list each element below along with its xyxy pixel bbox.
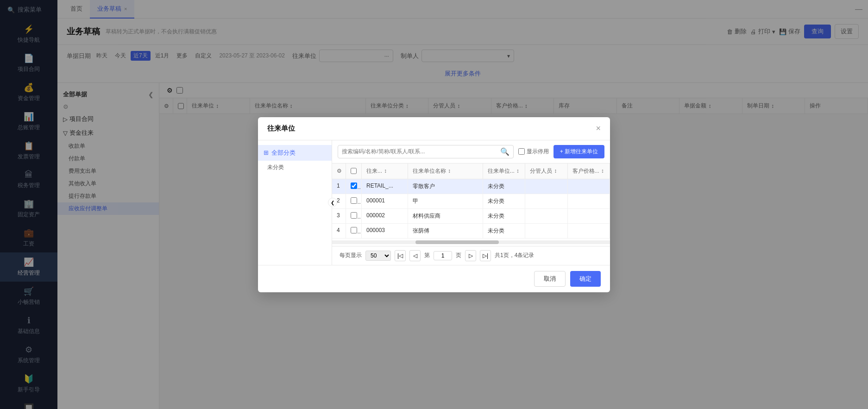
search-icon: 🔍 xyxy=(500,147,509,156)
table-row[interactable]: 1 RETAIL_... 零散客户 未分类 xyxy=(332,179,610,194)
row-num: 1 xyxy=(332,179,346,194)
modal-table-header: ⚙ 往来... ↕ 往来单位名称 ↕ 往来单位... ↕ xyxy=(332,164,610,179)
modal-search-wrap: 🔍 xyxy=(338,145,514,158)
modal-panel-collapse-button[interactable]: ❮ xyxy=(328,198,337,207)
modal-toolbar: 🔍 显示停用 + 新增往来单位 xyxy=(332,140,610,164)
modal-cat-unclassified[interactable]: 未分类 xyxy=(258,161,332,174)
row-price xyxy=(568,224,610,238)
cancel-button[interactable]: 取消 xyxy=(534,271,566,287)
row-checkbox[interactable] xyxy=(346,224,362,238)
page-prev-button[interactable]: ◁ xyxy=(409,250,421,261)
total-label: 共1页，4条记录 xyxy=(495,252,534,259)
page-number-input[interactable] xyxy=(434,251,452,260)
row-price xyxy=(568,194,610,208)
modal-dialog: 往来单位 × ⊞ 全部分类 未分类 ❮ xyxy=(258,117,610,292)
modal-table: ⚙ 往来... ↕ 往来单位名称 ↕ 往来单位... ↕ xyxy=(332,164,610,239)
grid-icon: ⊞ xyxy=(264,149,269,156)
sort-icon: ↕ xyxy=(516,168,519,174)
row-code: 000002 xyxy=(362,209,408,223)
sort-icon: ↕ xyxy=(554,168,557,174)
row-checkbox[interactable] xyxy=(346,179,362,194)
row-name: 材料供应商 xyxy=(408,209,483,223)
mth-checkbox xyxy=(346,164,362,179)
table-row[interactable]: 3 000002 材料供应商 未分类 xyxy=(332,209,610,224)
page-first-button[interactable]: |◁ xyxy=(395,250,406,261)
sort-icon: ↕ xyxy=(601,168,604,174)
row-checkbox[interactable] xyxy=(346,209,362,223)
modal-header: 往来单位 × xyxy=(258,117,610,140)
per-page-select[interactable]: 50 100 xyxy=(365,251,391,261)
row-code: 000001 xyxy=(362,194,408,208)
row-name: 张荫傅 xyxy=(408,224,483,238)
row-manager xyxy=(525,209,567,223)
mth-category: 往来单位... ↕ xyxy=(483,164,525,179)
mth-settings: ⚙ xyxy=(332,164,346,179)
gear-icon: ⚙ xyxy=(337,168,342,174)
row-num: 3 xyxy=(332,209,346,223)
mth-code: 往来... ↕ xyxy=(362,164,408,179)
modal-title: 往来单位 xyxy=(267,124,295,133)
page-of-label: 页 xyxy=(456,252,461,259)
modal-cat-all[interactable]: ⊞ 全部分类 xyxy=(258,145,332,161)
add-partner-button[interactable]: + 新增往来单位 xyxy=(554,145,604,158)
sort-icon: ↕ xyxy=(448,168,451,174)
row-manager xyxy=(525,194,567,208)
page-label: 第 xyxy=(424,252,430,259)
modal-category-panel: ⊞ 全部分类 未分类 ❮ xyxy=(258,140,332,265)
confirm-button[interactable]: 确定 xyxy=(570,271,601,287)
show-disabled-checkbox[interactable] xyxy=(518,148,525,155)
show-disabled-checkbox-wrap: 显示停用 xyxy=(518,148,549,156)
mth-manager: 分管人员 ↕ xyxy=(525,164,567,179)
page-last-button[interactable]: ▷| xyxy=(480,250,491,261)
row-price xyxy=(568,179,610,194)
row-category: 未分类 xyxy=(483,194,525,208)
modal-right-panel: 🔍 显示停用 + 新增往来单位 ⚙ 往来... ↕ xyxy=(332,140,610,265)
modal-search-input[interactable] xyxy=(342,148,497,155)
modal-header-checkbox[interactable] xyxy=(351,168,357,174)
row-price xyxy=(568,209,610,223)
show-disabled-label: 显示停用 xyxy=(527,148,549,156)
row-category: 未分类 xyxy=(483,179,525,194)
per-page-label: 每页显示 xyxy=(340,252,362,259)
row-num: 4 xyxy=(332,224,346,238)
modal-close-button[interactable]: × xyxy=(596,124,601,133)
modal-body: ⊞ 全部分类 未分类 ❮ 🔍 显示停用 xyxy=(258,140,610,265)
row-checkbox[interactable] xyxy=(346,194,362,208)
row-name: 零散客户 xyxy=(408,179,483,194)
modal-pagination: 每页显示 50 100 |◁ ◁ 第 页 ▷ ▷| 共1页，4条记录 xyxy=(332,246,610,265)
mth-price: 客户价格... ↕ xyxy=(568,164,610,179)
row-code: 000003 xyxy=(362,224,408,238)
modal-scroll-thumb[interactable] xyxy=(415,240,499,244)
row-manager xyxy=(525,224,567,238)
modal-overlay: 往来单位 × ⊞ 全部分类 未分类 ❮ xyxy=(0,0,868,409)
sort-icon: ↕ xyxy=(384,168,387,174)
row-code: RETAIL_... xyxy=(362,179,408,194)
row-category: 未分类 xyxy=(483,209,525,223)
table-row[interactable]: 2 000001 甲 未分类 xyxy=(332,194,610,209)
row-category: 未分类 xyxy=(483,224,525,238)
page-next-button[interactable]: ▷ xyxy=(465,250,476,261)
mth-name: 往来单位名称 ↕ xyxy=(408,164,483,179)
row-manager xyxy=(525,179,567,194)
modal-scrollbar[interactable] xyxy=(332,240,610,244)
table-row[interactable]: 4 000003 张荫傅 未分类 xyxy=(332,224,610,239)
modal-footer: 取消 确定 xyxy=(258,265,610,292)
row-name: 甲 xyxy=(408,194,483,208)
